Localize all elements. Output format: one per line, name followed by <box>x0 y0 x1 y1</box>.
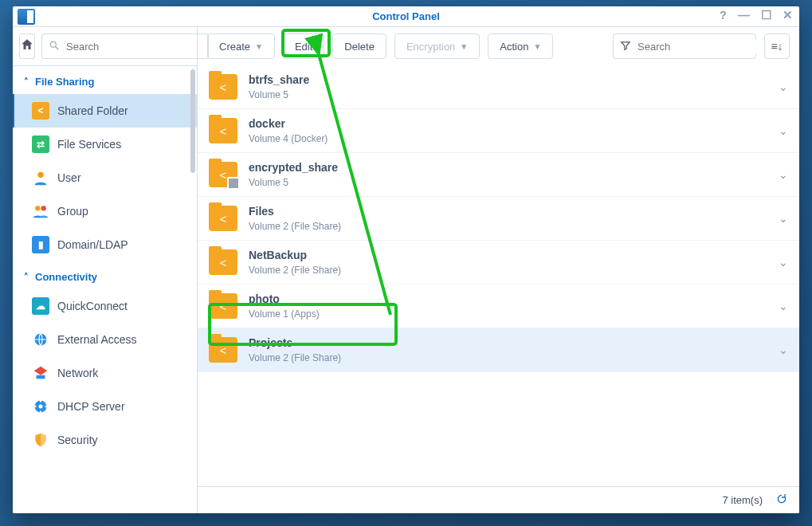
folder-row[interactable]: <encrypted_shareVolume 5⌄ <box>198 153 799 197</box>
home-icon <box>20 37 34 56</box>
window: Control Panel ? — ☐ ✕ <box>13 6 799 513</box>
sidebar-item-label: Network <box>57 367 98 379</box>
svg-point-2 <box>37 172 43 178</box>
svg-point-9 <box>40 400 42 402</box>
chevron-down-icon[interactable]: ⌄ <box>779 300 788 312</box>
sidebar-item-network[interactable]: Network <box>13 356 197 390</box>
sidebar-list: ˄ File Sharing < Shared Folder ⇄ File Se… <box>13 66 197 513</box>
chevron-down-icon[interactable]: ⌄ <box>779 256 788 269</box>
sidebar-item-label: QuickConnect <box>57 300 127 312</box>
share-folder-icon: < <box>209 74 237 100</box>
toolbar-search[interactable] <box>613 33 756 59</box>
sidebar-search-input[interactable] <box>65 40 202 53</box>
svg-rect-6 <box>37 375 45 379</box>
folder-row[interactable]: <btrfs_shareVolume 5⌄ <box>198 65 799 109</box>
svg-point-8 <box>39 405 43 409</box>
folder-row[interactable]: <dockerVolume 4 (Docker)⌄ <box>198 109 799 153</box>
share-folder-icon: < <box>209 293 237 319</box>
chevron-down-icon[interactable]: ⌄ <box>779 80 788 93</box>
chevron-down-icon[interactable]: ⌄ <box>779 212 788 225</box>
share-folder-icon: < <box>209 337 237 363</box>
svg-point-0 <box>50 41 56 47</box>
chevron-down-icon[interactable]: ⌄ <box>779 124 788 137</box>
group-icon <box>32 202 49 220</box>
folder-sub: Volume 2 (File Share) <box>249 221 767 232</box>
maximize-button[interactable]: ☐ <box>761 8 771 22</box>
folder-sub: Volume 4 (Docker) <box>249 133 767 144</box>
svg-point-3 <box>35 206 40 210</box>
user-icon <box>32 169 49 186</box>
sidebar-item-external-access[interactable]: External Access <box>13 323 197 356</box>
globe-icon <box>32 331 49 348</box>
folder-row[interactable]: <FilesVolume 2 (File Share)⌄ <box>198 197 799 241</box>
folder-name: encrypted_share <box>249 161 767 174</box>
folder-name: NetBackup <box>249 249 767 261</box>
section-header-connectivity[interactable]: ˄ Connectivity <box>13 261 197 289</box>
pin-button[interactable]: ? <box>720 8 727 22</box>
folder-name: docker <box>249 117 767 130</box>
folder-name: Files <box>249 205 767 218</box>
refresh-button[interactable] <box>775 493 788 508</box>
sidebar-item-security[interactable]: Security <box>13 423 197 457</box>
app-icon <box>18 9 35 25</box>
section-label: Connectivity <box>35 271 97 283</box>
network-icon <box>32 364 49 382</box>
content: Create ▼ Edit Delete Encryption ▼ Action… <box>198 27 799 513</box>
encryption-button[interactable]: Encryption ▼ <box>394 33 480 59</box>
sidebar-item-group[interactable]: Group <box>13 194 197 228</box>
folder-row[interactable]: <photoVolume 1 (Apps)⌄ <box>198 285 799 328</box>
svg-point-4 <box>41 206 45 210</box>
section-label: File Sharing <box>35 76 94 88</box>
minimize-button[interactable]: — <box>738 8 750 22</box>
sidebar-item-label: Security <box>57 434 98 446</box>
item-count: 7 item(s) <box>722 494 763 506</box>
sidebar-item-user[interactable]: User <box>13 161 197 194</box>
share-folder-icon: < <box>209 162 237 187</box>
button-label: Delete <box>344 41 375 53</box>
chevron-down-icon[interactable]: ⌄ <box>779 168 788 181</box>
svg-point-10 <box>40 410 42 413</box>
share-folder-icon: < <box>32 102 49 120</box>
scrollbar-thumb[interactable] <box>190 69 195 173</box>
sidebar-item-shared-folder[interactable]: < Shared Folder <box>13 94 197 128</box>
toolbar-search-input[interactable] <box>636 40 773 53</box>
folder-row[interactable]: <NetBackupVolume 2 (File Share)⌄ <box>198 241 799 285</box>
sidebar: ˄ File Sharing < Shared Folder ⇄ File Se… <box>13 27 198 513</box>
sidebar-search[interactable] <box>41 33 209 59</box>
folder-row[interactable]: <ProjectsVolume 2 (File Share)⌄ <box>198 328 799 372</box>
close-button[interactable]: ✕ <box>783 8 793 22</box>
cloud-icon: ☁ <box>32 297 49 315</box>
shared-folder-list: <btrfs_shareVolume 5⌄<dockerVolume 4 (Do… <box>198 65 799 486</box>
sidebar-item-domain-ldap[interactable]: ▮ Domain/LDAP <box>13 228 197 261</box>
sidebar-item-label: External Access <box>57 333 137 346</box>
button-label: Create <box>219 41 250 53</box>
folder-sub: Volume 2 (File Share) <box>249 352 767 363</box>
action-button[interactable]: Action ▼ <box>488 33 553 59</box>
caret-down-icon: ▼ <box>533 42 541 51</box>
svg-line-1 <box>56 46 59 49</box>
section-header-file-sharing[interactable]: ˄ File Sharing <box>13 66 197 94</box>
chevron-down-icon[interactable]: ⌄ <box>779 343 788 356</box>
svg-point-11 <box>34 406 37 408</box>
delete-button[interactable]: Delete <box>332 33 386 59</box>
sidebar-item-dhcp-server[interactable]: DHCP Server <box>13 390 197 423</box>
svg-point-12 <box>45 406 46 408</box>
edit-button[interactable]: Edit <box>283 33 324 59</box>
sidebar-item-label: Domain/LDAP <box>57 238 128 251</box>
folder-sub: Volume 5 <box>249 89 767 100</box>
button-label: Action <box>500 41 528 53</box>
button-label: Encryption <box>406 41 455 53</box>
statusbar: 7 item(s) <box>198 486 799 513</box>
home-button[interactable] <box>19 33 35 59</box>
list-settings-icon: ≡↓ <box>771 40 783 53</box>
id-icon: ▮ <box>32 236 49 253</box>
create-button[interactable]: Create ▼ <box>207 33 275 59</box>
sidebar-item-file-services[interactable]: ⇄ File Services <box>13 128 197 161</box>
sidebar-item-label: Group <box>57 205 88 218</box>
sidebar-item-label: User <box>57 171 81 184</box>
folder-sub: Volume 5 <box>249 177 767 188</box>
settings-toggle-button[interactable]: ≡↓ <box>764 33 790 59</box>
sidebar-item-quickconnect[interactable]: ☁ QuickConnect <box>13 289 197 323</box>
arrows-icon: ⇄ <box>32 135 49 153</box>
share-folder-icon: < <box>209 118 237 143</box>
